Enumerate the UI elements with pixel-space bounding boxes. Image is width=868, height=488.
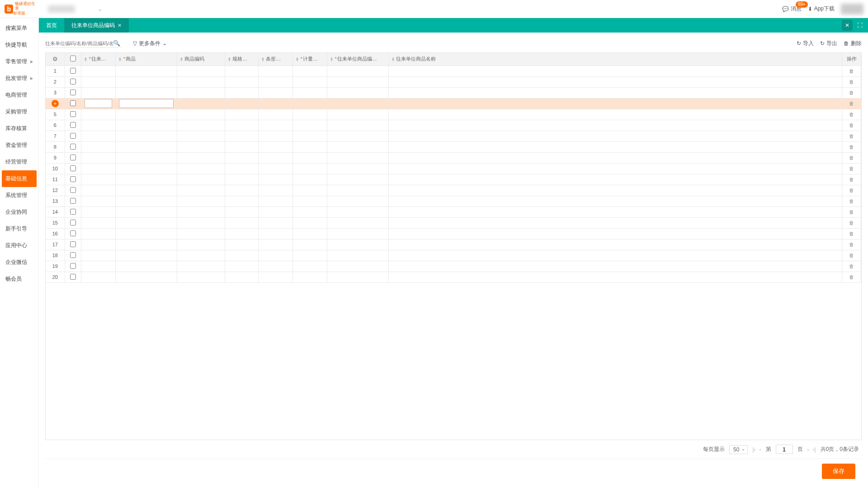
cell-barcode[interactable] — [258, 163, 292, 174]
cell-spec[interactable] — [225, 87, 258, 98]
cell-uom[interactable] — [292, 163, 327, 174]
cell-partner-code[interactable] — [327, 76, 388, 87]
prev-page-button[interactable]: ‹ — [760, 446, 761, 453]
import-button[interactable]: ↻ 导入 — [797, 40, 814, 47]
table-row[interactable]: 12🗑 — [46, 185, 861, 196]
trash-icon[interactable]: 🗑 — [849, 133, 854, 139]
cell-partner-name[interactable] — [388, 228, 842, 239]
settings-column[interactable]: ⚙ — [46, 53, 65, 66]
table-row[interactable]: 17🗑 — [46, 239, 861, 250]
sidebar-item[interactable]: 电商管理 — [0, 87, 38, 103]
export-button[interactable]: ↻ 导出 — [820, 40, 837, 47]
row-checkbox[interactable] — [70, 274, 76, 280]
cell-partner-code[interactable] — [327, 196, 388, 206]
cell-partner[interactable] — [81, 109, 115, 120]
sidebar-item[interactable]: 库存核算 — [0, 120, 38, 137]
cell-product[interactable] — [115, 228, 177, 239]
trash-icon[interactable]: 🗑 — [849, 188, 854, 193]
cell-barcode[interactable] — [258, 206, 292, 217]
cell-spec[interactable] — [225, 174, 258, 185]
cell-product[interactable] — [115, 217, 177, 228]
cell-spec[interactable] — [225, 141, 258, 152]
cell-barcode[interactable] — [258, 120, 292, 131]
table-row[interactable]: 11🗑 — [46, 174, 861, 185]
cell-uom[interactable] — [292, 206, 327, 217]
cell-partner-code[interactable] — [327, 174, 388, 185]
cell-product-code[interactable] — [177, 152, 225, 163]
row-checkbox[interactable] — [70, 252, 76, 258]
fullscreen-button[interactable]: ⛶ — [854, 20, 865, 31]
trash-icon[interactable]: 🗑 — [849, 274, 854, 280]
cell-uom[interactable] — [292, 185, 327, 196]
sidebar-item[interactable]: 零售管理▶ — [0, 53, 38, 70]
sidebar-item[interactable]: 快捷导航 — [0, 37, 38, 53]
table-row[interactable]: 10🗑 — [46, 163, 861, 174]
cell-product-code[interactable] — [177, 120, 225, 131]
cell-product[interactable] — [115, 250, 177, 261]
cell-spec[interactable] — [225, 163, 258, 174]
cell-barcode[interactable] — [258, 152, 292, 163]
cell-uom[interactable] — [292, 261, 327, 272]
cell-partner-code[interactable] — [327, 217, 388, 228]
cell-barcode[interactable] — [258, 250, 292, 261]
cell-partner[interactable] — [81, 196, 115, 206]
cell-partner-code[interactable] — [327, 152, 388, 163]
trash-icon[interactable]: 🗑 — [849, 122, 854, 128]
cell-product-code[interactable] — [177, 174, 225, 185]
cell-product-code[interactable] — [177, 272, 225, 282]
table-row[interactable]: 20🗑 — [46, 272, 861, 282]
close-all-tabs-button[interactable]: ✕ — [842, 20, 853, 31]
cell-product-code[interactable] — [177, 163, 225, 174]
cell-barcode[interactable] — [258, 239, 292, 250]
trash-icon[interactable]: 🗑 — [849, 231, 854, 236]
cell-barcode[interactable] — [258, 66, 292, 76]
cell-spec[interactable] — [225, 250, 258, 261]
cell-product[interactable] — [115, 141, 177, 152]
table-row[interactable]: 5🗑 — [46, 109, 861, 120]
cell-partner-code[interactable] — [327, 109, 388, 120]
cell-partner[interactable] — [81, 206, 115, 217]
cell-product-code[interactable] — [177, 66, 225, 76]
cell-partner-name[interactable] — [388, 239, 842, 250]
row-checkbox[interactable] — [70, 230, 76, 236]
cell-uom[interactable] — [292, 217, 327, 228]
trash-icon[interactable]: 🗑 — [849, 198, 854, 204]
sidebar-item[interactable]: 畅会员 — [0, 271, 38, 287]
cell-uom[interactable] — [292, 98, 327, 109]
cell-partner[interactable] — [81, 152, 115, 163]
cell-product-code[interactable] — [177, 87, 225, 98]
more-conditions-button[interactable]: ▽ 更多条件 ⌄ — [133, 40, 167, 47]
app-download-button[interactable]: ⬇ App下载 — [808, 5, 835, 13]
row-checkbox[interactable] — [70, 79, 76, 84]
table-row[interactable]: 8🗑 — [46, 141, 861, 152]
cell-product-code[interactable] — [177, 131, 225, 141]
cell-partner[interactable] — [81, 228, 115, 239]
table-row[interactable]: 15🗑 — [46, 217, 861, 228]
cell-partner-name[interactable] — [388, 98, 842, 109]
table-row[interactable]: 2🗑 — [46, 76, 861, 87]
cell-partner-code[interactable] — [327, 272, 388, 282]
cell-partner-name[interactable] — [388, 131, 842, 141]
trash-icon[interactable]: 🗑 — [849, 112, 854, 117]
cell-uom[interactable] — [292, 76, 327, 87]
cell-partner-name[interactable] — [388, 109, 842, 120]
cell-partner-code[interactable] — [327, 98, 388, 109]
cell-partner-code[interactable] — [327, 228, 388, 239]
cell-uom[interactable] — [292, 66, 327, 76]
cell-product-code[interactable] — [177, 228, 225, 239]
sidebar-item[interactable]: 基础信息 — [2, 170, 37, 187]
table-row[interactable]: 14🗑 — [46, 206, 861, 217]
cell-product[interactable] — [115, 98, 177, 109]
sidebar-item[interactable]: 批发管理▶ — [0, 70, 38, 87]
cell-partner[interactable] — [81, 217, 115, 228]
tab-home[interactable]: 首页 — [39, 18, 64, 33]
col-partner-name[interactable]: ▲▼往来单位商品名称 — [388, 53, 842, 66]
col-partner[interactable]: ▲▼*往来… — [81, 53, 115, 66]
cell-spec[interactable] — [225, 76, 258, 87]
cell-product-code[interactable] — [177, 217, 225, 228]
first-page-button[interactable]: |‹ — [752, 446, 755, 453]
tab-current[interactable]: 往来单位商品编码 ✕ — [64, 18, 129, 33]
cell-partner-name[interactable] — [388, 272, 842, 282]
sidebar-item[interactable]: 应用中心 — [0, 237, 38, 254]
cell-product[interactable] — [115, 239, 177, 250]
